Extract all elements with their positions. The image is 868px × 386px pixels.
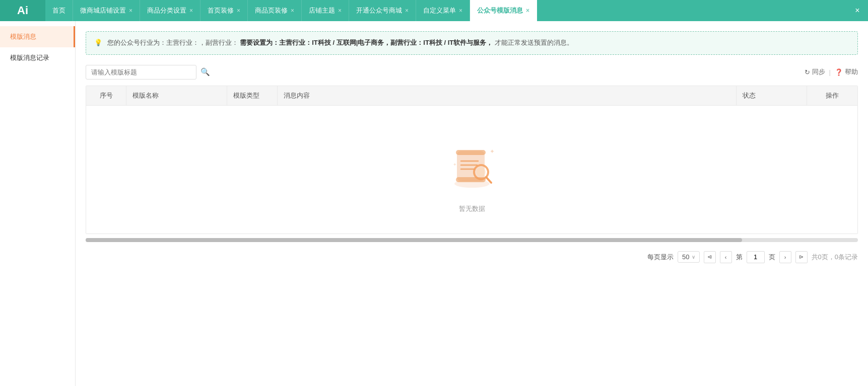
next-page-button[interactable]: › — [779, 251, 791, 263]
divider: | — [829, 68, 831, 76]
nav-tab-close-8[interactable]: × — [526, 7, 529, 14]
svg-text:✦: ✦ — [490, 148, 495, 155]
svg-text:✦: ✦ — [453, 162, 457, 167]
scrollbar-thumb[interactable] — [86, 238, 742, 242]
nav-tab-close-1[interactable]: × — [129, 7, 132, 14]
empty-text: 暂无数据 — [459, 204, 485, 213]
nav-tab-0[interactable]: 首页 — [45, 0, 73, 21]
global-close-button[interactable]: × — [847, 0, 868, 21]
col-header-seq: 序号 — [86, 86, 126, 105]
svg-rect-2 — [456, 150, 486, 155]
empty-state: ✦ ✦ 暂无数据 — [86, 106, 857, 234]
empty-illustration: ✦ ✦ — [442, 136, 502, 196]
nav-tab-6[interactable]: 开通公众号商城× — [349, 0, 416, 21]
help-label: 帮助 — [845, 67, 858, 76]
table-header: 序号 模版名称 模版类型 消息内容 状态 操作 — [86, 86, 857, 106]
nav-tab-close-3[interactable]: × — [237, 7, 240, 14]
per-page-label: 每页显示 — [647, 253, 674, 262]
search-left: 🔍 — [86, 65, 210, 80]
sidebar: 模版消息模版消息记录 — [0, 21, 76, 386]
main-layout: 模版消息模版消息记录 💡 您的公众号行业为：主营行业：，副营行业： 需要设置为：… — [0, 21, 868, 386]
notice-text-suffix: 才能正常发送预置的消息。 — [495, 39, 573, 46]
nav-tab-7[interactable]: 自定义菜单× — [416, 0, 470, 21]
search-button[interactable]: 🔍 — [201, 67, 210, 76]
per-page-select[interactable]: 50 ∨ — [678, 251, 699, 263]
nav-tab-close-6[interactable]: × — [405, 7, 409, 14]
page-label-suffix: 页 — [769, 253, 775, 262]
last-page-button[interactable]: ⊳ — [795, 251, 808, 263]
sync-label: 同步 — [812, 67, 825, 76]
notice-icon: 💡 — [94, 39, 102, 46]
notice-box: 💡 您的公众号行业为：主营行业：，副营行业： 需要设置为：主营行业：IT科技 /… — [86, 31, 858, 55]
nav-tab-close-2[interactable]: × — [189, 7, 193, 14]
nav-tab-3[interactable]: 首页装修× — [201, 0, 248, 21]
sync-icon: ↻ — [805, 68, 810, 76]
nav-tab-4[interactable]: 商品页装修× — [248, 0, 302, 21]
nav-tabs: 首页微商城店铺设置×商品分类设置×首页装修×商品页装修×店铺主题×开通公众号商城… — [45, 0, 847, 21]
page-number-input[interactable] — [747, 251, 765, 263]
search-right: ↻ 同步 | ❓ 帮助 — [805, 67, 858, 76]
nav-tab-1[interactable]: 微商城店铺设置× — [73, 0, 140, 21]
nav-tab-8[interactable]: 公众号模版消息× — [470, 0, 537, 21]
sidebar-item-0[interactable]: 模版消息 — [0, 26, 75, 47]
top-nav: Ai 首页微商城店铺设置×商品分类设置×首页装修×商品页装修×店铺主题×开通公众… — [0, 0, 868, 21]
nav-tab-close-5[interactable]: × — [338, 7, 342, 14]
help-circle-icon: ❓ — [835, 68, 843, 76]
nav-tab-2[interactable]: 商品分类设置× — [140, 0, 201, 21]
page-label-prefix: 第 — [736, 253, 743, 262]
first-page-button[interactable]: ⊲ — [704, 251, 716, 263]
svg-point-8 — [477, 168, 486, 177]
nav-tab-close-7[interactable]: × — [459, 7, 462, 14]
notice-highlight: 需要设置为：主营行业：IT科技 / 互联网|电子商务，副营行业：IT科技 / I… — [240, 39, 493, 46]
notice-text-prefix: 您的公众号行业为：主营行业：，副营行业： — [107, 39, 238, 46]
table-wrap: 序号 模版名称 模版类型 消息内容 状态 操作 — [86, 86, 858, 234]
pagination: 每页显示 50 ∨ ⊲ ‹ 第 页 › ⊳ 共0页，0条记录 — [86, 246, 858, 265]
col-header-content: 消息内容 — [278, 86, 737, 105]
search-input[interactable] — [86, 65, 196, 80]
chevron-down-icon: ∨ — [692, 254, 695, 260]
search-bar: 🔍 ↻ 同步 | ❓ 帮助 — [86, 65, 858, 80]
logo: Ai — [0, 0, 45, 21]
col-header-status: 状态 — [737, 86, 807, 105]
total-info: 共0页，0条记录 — [812, 253, 858, 262]
nav-tab-5[interactable]: 店铺主题× — [302, 0, 349, 21]
col-header-name: 模版名称 — [126, 86, 227, 105]
sync-button[interactable]: ↻ 同步 — [805, 67, 825, 76]
prev-page-button[interactable]: ‹ — [720, 251, 732, 263]
help-button[interactable]: ❓ 帮助 — [835, 67, 858, 76]
per-page-value: 50 — [682, 253, 689, 261]
sidebar-item-1[interactable]: 模版消息记录 — [0, 47, 75, 68]
nav-tab-close-4[interactable]: × — [291, 7, 294, 14]
col-header-type: 模版类型 — [227, 86, 278, 105]
content-area: 💡 您的公众号行业为：主营行业：，副营行业： 需要设置为：主营行业：IT科技 /… — [76, 21, 868, 386]
scrollbar-track[interactable] — [86, 238, 858, 242]
col-header-action: 操作 — [807, 86, 857, 105]
